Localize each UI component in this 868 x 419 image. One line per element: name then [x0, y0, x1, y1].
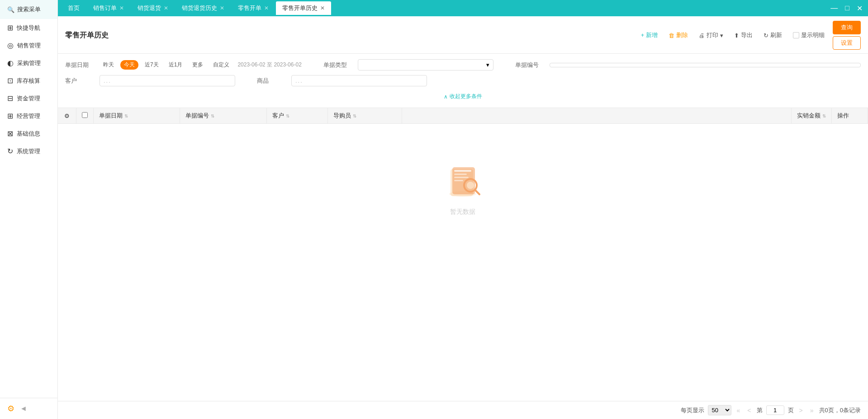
doc-type-label: 单据类型: [323, 61, 351, 69]
col-amount-label: 实销金额: [797, 112, 821, 120]
data-table: ⚙ 单据日期 ⇅ 单据编号: [58, 108, 868, 252]
last-page-btn[interactable]: »: [808, 406, 816, 415]
window-minimize-btn[interactable]: —: [829, 3, 840, 13]
tab-sales-return-label: 销货退货: [138, 4, 161, 12]
goods-label: 商品: [257, 77, 284, 85]
col-customer-label: 客户: [272, 112, 284, 120]
customer-input[interactable]: ...: [100, 75, 235, 86]
filter-area: 单据日期 昨天 今天 近7天 近1月 更多 自定义 2023-06-02 至 2…: [58, 54, 868, 108]
doc-number-input[interactable]: [550, 63, 861, 67]
sidebar-item-operations[interactable]: ⊞ 经营管理: [0, 107, 57, 125]
date-option-more[interactable]: 更多: [189, 60, 207, 70]
table-header-row: ⚙ 单据日期 ⇅ 单据编号: [58, 108, 868, 124]
display-detail-button[interactable]: 显示明细: [790, 29, 827, 41]
sidebar-item-sys-mgmt[interactable]: ↻ 系统管理: [0, 142, 57, 160]
empty-state-row: 暂无数据: [58, 124, 868, 253]
sidebar: 🔍 搜索采单 ⊞ 快捷导航 ◎ 销售管理 ◐ 采购管理 ⊡ 库存核算 ⊟ 资金管…: [0, 0, 58, 419]
add-button[interactable]: + 新增: [638, 29, 660, 41]
print-button[interactable]: 🖨 打印 ▾: [696, 29, 726, 41]
table-body: 暂无数据: [58, 124, 868, 253]
column-settings-icon[interactable]: ⚙: [64, 113, 70, 119]
tab-sales-return-history-label: 销货退货历史: [182, 4, 217, 12]
sys-mgmt-icon: ↻: [7, 147, 13, 155]
next-page-btn[interactable]: >: [797, 406, 805, 415]
window-close-btn[interactable]: ✕: [855, 3, 864, 14]
tab-sales-return-history-close[interactable]: ✕: [220, 5, 224, 11]
setting-button[interactable]: 设置: [833, 36, 861, 50]
doc-type-dropdown-icon: ▾: [486, 61, 489, 68]
col-number-sort-icon[interactable]: ⇅: [211, 113, 214, 118]
col-amount-sort-icon[interactable]: ⇅: [822, 113, 826, 118]
col-spacer: [402, 108, 791, 124]
table-container: ⚙ 单据日期 ⇅ 单据编号: [58, 108, 868, 401]
tab-sales-return[interactable]: 销货退货 ✕: [131, 1, 175, 15]
export-icon: ⬆: [734, 32, 739, 39]
filter-row-2: 客户 ... 商品 ...: [65, 75, 861, 86]
date-option-7days[interactable]: 近7天: [141, 60, 162, 70]
query-button[interactable]: 查询: [833, 21, 861, 34]
col-customer-sort-icon[interactable]: ⇅: [286, 113, 289, 118]
col-settings[interactable]: ⚙: [58, 108, 76, 124]
sidebar-item-inventory[interactable]: ⊡ 库存核算: [0, 72, 57, 89]
tab-retail-open-history[interactable]: 零售开单历史 ✕: [276, 1, 331, 15]
search-icon: 🔍: [7, 6, 14, 13]
sidebar-search[interactable]: 🔍 搜索采单: [0, 0, 57, 19]
first-page-btn[interactable]: «: [735, 406, 742, 415]
tab-home[interactable]: 首页: [62, 1, 86, 15]
svg-rect-6: [454, 180, 463, 181]
col-customer: 客户 ⇅: [266, 108, 328, 124]
date-option-1month[interactable]: 近1月: [165, 60, 186, 70]
sidebar-item-label: 销售管理: [17, 42, 41, 50]
toolbar: + 新增 🗑 删除 🖨 打印 ▾ ⬆ 导出 ↻ 刷新: [638, 21, 861, 50]
page-title: 零售开单历史: [65, 31, 109, 40]
refresh-button[interactable]: ↻ 刷新: [761, 29, 785, 41]
tab-retail-open[interactable]: 零售开单 ✕: [232, 1, 275, 15]
top-nav-right: — □ ✕: [829, 3, 864, 14]
sidebar-item-label: 库存核算: [17, 77, 40, 85]
top-nav: 首页 销售订单 ✕ 销货退货 ✕ 销货退货历史 ✕ 零售开单 ✕ 零售开单历史 …: [58, 0, 868, 16]
tab-sales-return-history[interactable]: 销货退货历史 ✕: [175, 1, 231, 15]
col-guide-sort-icon[interactable]: ⇅: [353, 113, 356, 118]
date-filter-label: 单据日期: [65, 61, 92, 69]
date-option-yesterday[interactable]: 昨天: [100, 60, 118, 70]
prev-page-btn[interactable]: <: [745, 406, 753, 415]
date-option-custom[interactable]: 自定义: [209, 60, 233, 70]
doc-number-label: 单据编号: [515, 61, 542, 69]
col-check[interactable]: [76, 108, 93, 124]
tab-retail-open-close[interactable]: ✕: [264, 5, 269, 11]
sidebar-item-basic-info[interactable]: ⊠ 基础信息: [0, 125, 57, 142]
per-page-select[interactable]: 50 10 20 100: [708, 405, 731, 415]
col-date-sort-icon[interactable]: ⇅: [124, 113, 128, 118]
purchase-icon: ◐: [7, 59, 14, 67]
delete-button[interactable]: 🗑 删除: [666, 29, 691, 41]
query-settings-group: 查询 设置: [833, 21, 861, 50]
sidebar-collapse-icon[interactable]: ◄: [20, 405, 27, 413]
empty-text: 暂无数据: [450, 208, 475, 216]
tab-retail-open-history-close[interactable]: ✕: [320, 5, 325, 11]
sidebar-item-sales-mgmt[interactable]: ◎ 销售管理: [0, 37, 57, 54]
settings-bottom-icon[interactable]: ⚙: [7, 404, 14, 414]
page-label: 第: [757, 406, 763, 414]
export-button[interactable]: ⬆ 导出: [731, 29, 755, 41]
collapse-bar[interactable]: ∧ 收起更多条件: [65, 91, 861, 102]
tab-sales-order[interactable]: 销售订单 ✕: [87, 1, 130, 15]
sidebar-search-label: 搜索采单: [17, 5, 41, 14]
doc-type-select[interactable]: ▾: [358, 59, 493, 71]
col-date-label: 单据日期: [99, 112, 123, 120]
date-option-today[interactable]: 今天: [120, 60, 138, 70]
tab-sales-return-close[interactable]: ✕: [164, 5, 168, 11]
refresh-icon: ↻: [764, 32, 768, 39]
delete-icon: 🗑: [669, 32, 674, 39]
select-all-checkbox[interactable]: [82, 112, 88, 118]
col-action: 操作: [832, 108, 868, 124]
page-number-input[interactable]: [766, 405, 784, 415]
sidebar-item-quick-nav[interactable]: ⊞ 快捷导航: [0, 19, 57, 37]
tab-sales-order-close[interactable]: ✕: [119, 5, 124, 11]
sidebar-item-finance[interactable]: ⊟ 资金管理: [0, 89, 57, 107]
sidebar-item-purchase-mgmt[interactable]: ◐ 采购管理: [0, 54, 57, 72]
window-maximize-btn[interactable]: □: [843, 3, 851, 13]
date-options: 昨天 今天 近7天 近1月 更多 自定义 2023-06-02 至 2023-0…: [100, 60, 302, 70]
sidebar-item-label: 快捷导航: [17, 24, 40, 32]
goods-input[interactable]: ...: [291, 75, 427, 86]
svg-rect-4: [454, 174, 467, 175]
